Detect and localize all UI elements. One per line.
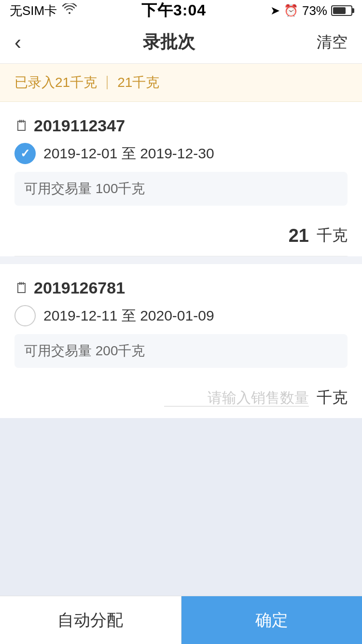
page-title: 录批次: [143, 30, 195, 54]
batch-item-2: 🗒 2019126781 2019-12-11 至 2020-01-09 可用交…: [0, 264, 362, 418]
info-divider: [107, 76, 108, 89]
batch-2-unit: 千克: [317, 387, 348, 408]
status-bar: 无SIM卡 下午3:04 ➤ ⏰ 73%: [0, 0, 362, 21]
batch-2-icon: 🗒: [14, 280, 29, 296]
location-icon: ➤: [270, 4, 280, 17]
nav-bar: ‹ 录批次 清空: [0, 21, 362, 64]
batch-1-quantity-row: 千克: [14, 215, 348, 256]
empty-area: [0, 418, 362, 611]
batch-1-radio[interactable]: ✓: [14, 143, 36, 164]
batch-2-availability: 可用交易量 200千克: [14, 334, 348, 368]
batch-item-1: 🗒 2019112347 ✓ 2019-12-01 至 2019-12-30 可…: [0, 102, 362, 256]
battery-icon: [331, 5, 352, 16]
batch-1-date: 2019-12-01 至 2019-12-30: [43, 144, 214, 164]
batch-1-icon: 🗒: [14, 118, 29, 134]
batch-2-header: 🗒 2019126781: [14, 279, 348, 297]
batch-1-id: 2019112347: [34, 116, 125, 135]
wifi-icon: [62, 3, 77, 18]
battery-percent: 73%: [302, 3, 327, 18]
batch-1-availability: 可用交易量 100千克: [14, 172, 348, 206]
batch-2-radio[interactable]: [14, 305, 36, 326]
batch-1-quantity-input[interactable]: [251, 225, 309, 246]
batch-2-date: 2019-12-11 至 2020-01-09: [43, 306, 214, 326]
confirm-button[interactable]: 确定: [181, 596, 362, 644]
clear-button[interactable]: 清空: [317, 32, 348, 53]
status-time: 下午3:04: [141, 0, 206, 21]
batch-1-unit: 千克: [317, 225, 348, 246]
batch-2-date-row: 2019-12-11 至 2020-01-09: [14, 305, 348, 326]
recorded-amount: 已录入21千克: [14, 73, 97, 92]
auto-distribute-button[interactable]: 自动分配: [0, 596, 181, 644]
carrier-text: 无SIM卡: [10, 2, 57, 19]
batch-1-date-row: ✓ 2019-12-01 至 2019-12-30: [14, 143, 348, 164]
alarm-icon: ⏰: [284, 4, 298, 17]
batch-2-quantity-input[interactable]: [164, 390, 309, 406]
batch-2-id: 2019126781: [34, 279, 125, 297]
item-divider-1: [0, 256, 362, 264]
info-banner: 已录入21千克 21千克: [0, 64, 362, 102]
bottom-bar: 自动分配 确定: [0, 596, 362, 644]
status-left: 无SIM卡: [10, 2, 77, 19]
total-amount: 21千克: [117, 73, 159, 92]
batch-1-header: 🗒 2019112347: [14, 116, 348, 135]
main-content: 已录入21千克 21千克 🗒 2019112347 ✓ 2019-12-01 至…: [0, 64, 362, 644]
batch-2-quantity-row: 千克: [14, 378, 348, 418]
back-button[interactable]: ‹: [14, 32, 21, 53]
check-icon: ✓: [20, 147, 30, 160]
status-right: ➤ ⏰ 73%: [270, 3, 352, 18]
